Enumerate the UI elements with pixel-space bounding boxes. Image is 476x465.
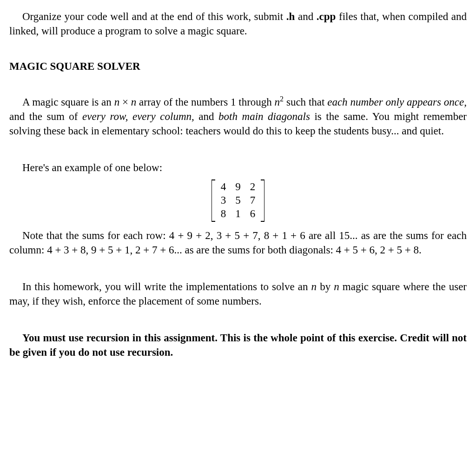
superscript-2: 2 — [280, 95, 284, 103]
var-n: n — [114, 96, 120, 108]
text: Organize your code well and at the end o… — [22, 11, 286, 22]
text: A magic square is an — [22, 96, 114, 108]
matrix-cell: 9 — [231, 180, 245, 194]
spacer — [9, 138, 467, 160]
bracket-corner — [212, 179, 215, 180]
matrix-cell: 8 — [216, 207, 231, 221]
matrix-cell: 4 — [216, 180, 231, 194]
filename-h: .h — [286, 11, 295, 22]
var-n: n — [131, 96, 137, 108]
bracket-corner — [261, 221, 264, 222]
bracket-corner — [261, 179, 264, 180]
magic-square-matrix: 4 9 2 3 5 7 8 1 6 — [212, 179, 265, 221]
example-intro: Here's an example of one below: — [9, 160, 467, 175]
filename-cpp: .cpp — [317, 11, 336, 22]
matrix-cell: 1 — [231, 207, 245, 221]
emphasis: each number only appears once, — [327, 96, 467, 108]
text: × — [119, 96, 131, 108]
matrix-cell: 6 — [245, 207, 260, 221]
intro-paragraph: Organize your code well and at the end o… — [9, 9, 467, 38]
matrix-cell: 7 — [245, 194, 260, 207]
text: and — [194, 111, 218, 122]
matrix-row: 8 1 6 — [216, 207, 260, 221]
var-n: n — [311, 281, 317, 292]
note-paragraph: Note that the sums for each row: 4 + 9 +… — [9, 228, 467, 257]
section-title: MAGIC SQUARE SOLVER — [9, 60, 467, 73]
emphasis: both main diagonals — [218, 111, 310, 122]
matrix-cell: 5 — [231, 194, 245, 207]
text: by — [317, 281, 334, 292]
bracket-corner — [212, 221, 215, 222]
spacer — [9, 257, 467, 279]
text: In this homework, you will write the imp… — [22, 281, 311, 292]
matrix-cell: 2 — [245, 180, 260, 194]
matrix-container: 4 9 2 3 5 7 8 1 6 — [9, 179, 467, 221]
text: and the sum of — [9, 111, 82, 122]
text: and — [295, 11, 316, 22]
matrix-row: 3 5 7 — [216, 194, 260, 207]
matrix-table: 4 9 2 3 5 7 8 1 6 — [216, 180, 260, 220]
document-page: Organize your code well and at the end o… — [0, 0, 476, 369]
recursion-requirement: You must use recursion in this assignmen… — [9, 331, 467, 359]
matrix-row: 4 9 2 — [216, 180, 260, 194]
text: array of the numbers 1 through — [136, 96, 274, 108]
emphasis: every row, every column, — [82, 111, 194, 122]
definition-paragraph: A magic square is an n × n array of the … — [9, 95, 467, 138]
matrix-cell: 3 — [216, 194, 231, 207]
var-n: n — [275, 96, 280, 108]
spacer — [9, 308, 467, 331]
var-n: n — [334, 281, 339, 292]
text: such that — [284, 96, 327, 108]
homework-paragraph: In this homework, you will write the imp… — [9, 279, 467, 308]
